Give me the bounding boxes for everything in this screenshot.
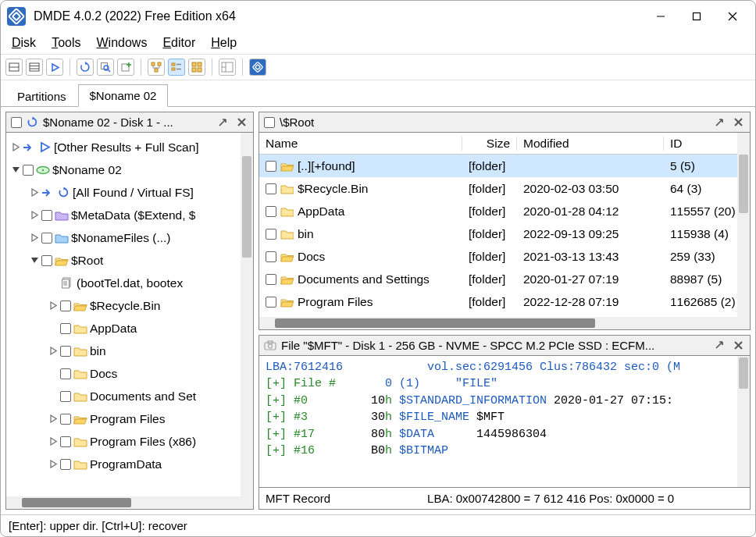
popout-icon[interactable] [712, 116, 726, 130]
file-checkbox[interactable] [266, 297, 276, 308]
toolbar-play[interactable] [46, 59, 63, 76]
file-row[interactable]: Program Files [folder] 2022-12-28 07:19 … [259, 290, 750, 313]
maximize-button[interactable] [679, 4, 715, 29]
file-scrollbar-y[interactable] [737, 133, 750, 329]
toolbar-refresh[interactable] [77, 59, 94, 76]
tree-row[interactable]: $NonameFiles (...) [6, 226, 253, 249]
toolbar-grid-icon[interactable] [188, 59, 205, 76]
toolbar-new[interactable] [117, 59, 134, 76]
tree-row[interactable]: Docs [6, 362, 253, 385]
tree-row[interactable]: Documents and Set [6, 385, 253, 407]
tree-checkbox[interactable] [60, 368, 71, 379]
file-rows[interactable]: [..][+found] [folder] 5 (5) $Recycle.Bin… [259, 155, 750, 329]
tree-row[interactable]: ProgramData [6, 453, 253, 475]
file-row[interactable]: [..][+found] [folder] 5 (5) [259, 155, 750, 177]
tree-row[interactable]: $Noname 02 [6, 158, 253, 181]
menu-tools[interactable]: Tools [52, 36, 80, 50]
col-name[interactable]: Name [259, 137, 462, 151]
toolbar-logo-icon[interactable] [249, 59, 266, 76]
tree-expander-icon[interactable] [48, 392, 58, 401]
close-icon[interactable] [731, 116, 745, 130]
col-size[interactable]: Size [462, 137, 517, 151]
refresh-icon[interactable] [27, 116, 38, 128]
tree-row[interactable]: Program Files (x86) [6, 430, 253, 453]
tree-checkbox[interactable] [60, 391, 71, 402]
tree-body[interactable]: [Other Results + Full Scan]$Noname 02[Al… [6, 133, 253, 509]
toolbar-tree-icon[interactable] [148, 59, 165, 76]
tree-expander-icon[interactable] [48, 369, 58, 379]
tree-row[interactable]: Program Files [6, 407, 253, 430]
file-row[interactable]: bin [folder] 2022-09-13 09:25 115938 (4) [259, 222, 750, 245]
close-icon[interactable] [234, 116, 248, 130]
tree-expander-icon[interactable] [11, 143, 20, 152]
file-checkbox[interactable] [266, 206, 276, 217]
tree-scrollbar-y[interactable] [241, 133, 253, 509]
tree-row[interactable]: bin [6, 340, 253, 362]
tree-expander-icon[interactable] [30, 211, 39, 220]
menu-help[interactable]: Help [211, 36, 237, 50]
tab-partitions[interactable]: Partitions [5, 85, 78, 107]
tree-row[interactable]: $Root [6, 249, 253, 272]
tree-checkbox[interactable] [60, 459, 71, 470]
file-checkbox[interactable] [266, 229, 276, 240]
file-row[interactable]: Documents and Settings [folder] 2020-01-… [259, 268, 750, 290]
tree-checkbox[interactable] [41, 255, 52, 266]
tree-row[interactable]: (bootTel.dat, bootex [6, 272, 253, 294]
file-row[interactable]: $Recycle.Bin [folder] 2020-02-03 03:50 6… [259, 177, 750, 200]
toolbar-layout1[interactable] [5, 59, 23, 76]
popout-icon[interactable] [216, 116, 230, 130]
tree-scrollbar-x[interactable] [6, 496, 253, 509]
tree-row[interactable]: $Recycle.Bin [6, 294, 253, 317]
tree-checkbox[interactable] [60, 301, 71, 311]
tree-expander-icon[interactable] [30, 188, 39, 197]
tree-row[interactable]: $MetaData ($Extend, $ [6, 204, 253, 226]
file-row[interactable]: Docs [folder] 2021-03-13 13:43 259 (33) [259, 245, 750, 268]
toolbar-search[interactable] [97, 59, 114, 76]
tree-expander-icon[interactable] [30, 233, 39, 243]
tree-expander-icon[interactable] [48, 279, 58, 288]
tree-checkbox[interactable] [60, 436, 71, 447]
file-modified: 2020-02-03 03:50 [517, 182, 664, 196]
tree-checkbox[interactable] [23, 165, 34, 176]
popout-icon[interactable] [712, 338, 726, 352]
file-scrollbar-x[interactable] [259, 317, 750, 329]
file-header-checkbox[interactable] [264, 117, 275, 128]
tree-expander-icon[interactable] [48, 460, 58, 469]
tree-checkbox[interactable] [41, 210, 52, 221]
tree-row[interactable]: [All Found / Virtual FS] [6, 181, 253, 204]
tree-expander-icon[interactable] [48, 324, 58, 333]
file-checkbox[interactable] [266, 183, 276, 194]
tree-checkbox[interactable] [60, 414, 71, 425]
file-checkbox[interactable] [266, 274, 276, 285]
file-checkbox[interactable] [266, 251, 276, 262]
tree-expander-icon[interactable] [30, 256, 39, 265]
tree-checkbox[interactable] [41, 233, 52, 244]
tree-expander-icon[interactable] [48, 414, 58, 424]
menu-editor[interactable]: Editor [162, 36, 195, 50]
tree-checkbox[interactable] [60, 323, 71, 334]
toolbar-list-icon[interactable] [168, 59, 185, 76]
toolbar-layout2[interactable] [26, 59, 43, 76]
tab-noname02[interactable]: $Noname 02 [78, 84, 169, 107]
tree-header-checkbox[interactable] [11, 117, 22, 128]
hex-content[interactable]: LBA:7612416 vol.sec:6291456 Clus:786432 … [259, 356, 750, 463]
menu-windows[interactable]: Windows [96, 36, 147, 50]
tree-expander-icon[interactable] [11, 165, 20, 175]
tree-row[interactable]: AppData [6, 317, 253, 340]
file-row[interactable]: AppData [folder] 2020-01-28 04:12 115557… [259, 200, 750, 222]
toolbar-panel-icon[interactable] [219, 59, 236, 76]
camera-icon[interactable] [264, 340, 276, 350]
file-size: [folder] [462, 272, 517, 286]
close-button[interactable] [715, 4, 751, 29]
tree-checkbox[interactable] [60, 346, 71, 357]
minimize-button[interactable] [643, 4, 679, 29]
hex-scrollbar-y[interactable] [737, 356, 750, 487]
col-modified[interactable]: Modified [517, 137, 664, 151]
tree-expander-icon[interactable] [48, 301, 58, 311]
tree-row[interactable]: [Other Results + Full Scan] [6, 136, 253, 158]
menu-disk[interactable]: Disk [12, 36, 36, 50]
tree-expander-icon[interactable] [48, 347, 58, 356]
close-icon[interactable] [731, 338, 745, 352]
tree-expander-icon[interactable] [48, 437, 58, 446]
file-checkbox[interactable] [266, 161, 276, 172]
